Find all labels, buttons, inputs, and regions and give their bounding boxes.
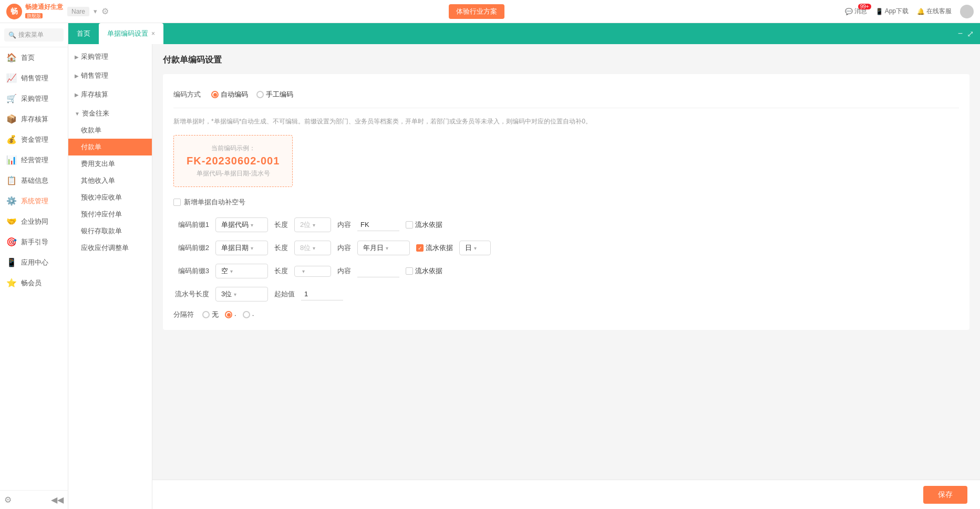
content2-select[interactable]: 年月日 ▾ [357,241,410,255]
flow2-option-value: 日 [465,243,472,253]
sub-sidebar: ▶ 采购管理 ▶ 销售管理 ▶ 库存核算 [68,44,152,509]
flow2-checkbox[interactable]: ✓ [416,244,424,252]
apps-icon: 📱 [6,257,17,267]
sidebar-label-basic: 基础信息 [21,176,48,185]
sidebar-item-purchase[interactable]: 🛒 采购管理 [0,88,68,109]
save-button[interactable]: 保存 [923,486,967,504]
sidebar-item-guide[interactable]: 🎯 新手引导 [0,232,68,252]
prefix2-select[interactable]: 单据日期 ▾ [215,241,268,255]
prefix1-arrow: ▾ [251,222,253,228]
dropdown-arrow[interactable]: ▾ [94,7,97,15]
finance-icon: 💰 [6,134,17,144]
sub-item-payment[interactable]: 付款单 [68,139,152,155]
sidebar-item-basic[interactable]: 📋 基础信息 [0,170,68,191]
sub-item-pre-pay[interactable]: 预付冲应付单 [68,206,152,223]
sub-group-capital-title[interactable]: ▼ 资金往来 [68,105,152,122]
settings-icon[interactable]: ⚙ [101,6,109,16]
sub-group-capital: ▼ 资金往来 收款单 付款单 费用支出单 其他收入单 预收冲应收单 预付冲应付单… [68,105,152,256]
sub-item-expense[interactable]: 费用支出单 [68,155,152,172]
tab-close-icon[interactable]: × [151,30,155,37]
collapse-icon[interactable]: ◀◀ [51,495,64,505]
left-sidebar: 🔍 搜索菜单 🏠 首页 📈 销售管理 🛒 采购管理 📦 库存核算 💰 [0,23,68,509]
sidebar-item-apps[interactable]: 📱 应用中心 [0,252,68,273]
sidebar-bottom: ⚙ ◀◀ [0,490,68,509]
sub-item-pre-receive[interactable]: 预收冲应收单 [68,189,152,206]
sep-dot-option[interactable]: · [225,311,236,319]
auto-encode-radio[interactable] [211,91,219,98]
prefix1-select[interactable]: 单据代码 ▾ [215,217,268,232]
purchase-icon: 🛒 [6,94,17,103]
prefix3-select[interactable]: 空 ▾ [215,264,268,278]
sidebar-item-inventory[interactable]: 📦 库存核算 [0,109,68,129]
tab-home[interactable]: 首页 [68,23,99,44]
auto-encode-option[interactable]: 自动编码 [211,90,248,99]
settings-bottom-icon[interactable]: ⚙ [4,495,12,505]
settings-card: 编码方式 自动编码 手工编码 [163,74,969,330]
sidebar-item-system[interactable]: ⚙️ 系统管理 [0,191,68,211]
search-label: 搜索菜单 [18,30,44,39]
sub-group-purchase-title[interactable]: ▶ 采购管理 [68,48,152,65]
sep-hyphen-label: · [252,311,254,319]
sub-item-other-income[interactable]: 其他收入单 [68,172,152,189]
flow3-checkbox[interactable] [406,267,413,275]
tab-current[interactable]: 单据编码设置 × [99,23,163,44]
user-avatar[interactable] [960,5,974,18]
manual-encode-option[interactable]: 手工编码 [256,90,293,99]
sidebar-item-home[interactable]: 🏠 首页 [0,47,68,68]
start-value-input[interactable] [301,288,343,300]
content2-value: 年月日 [363,243,384,253]
prefix2-arrow: ▾ [251,245,253,251]
arrow-down-icon: ▼ [75,111,80,117]
header-controls: 体验行业方案 [449,4,504,19]
prefix3-label: 编码前缀3 [173,266,209,276]
flow1-checkbox[interactable] [406,221,413,228]
encode-method-label: 编码方式 [173,90,201,99]
sidebar-search-area[interactable]: 🔍 搜索菜单 [0,23,68,47]
serial-length-label: 流水号长度 [173,289,209,299]
manual-encode-label: 手工编码 [266,90,293,99]
example-label: 当前编码示例： [187,144,280,153]
sep-hyphen-option[interactable]: · [243,311,254,319]
sep-dot-radio[interactable] [225,311,232,318]
content3-input[interactable] [357,265,399,277]
auto-fill-checkbox[interactable] [173,199,181,206]
serial-length-arrow: ▾ [234,292,236,297]
length3-select[interactable]: ▾ [294,266,331,277]
sidebar-item-finance[interactable]: 💰 资金管理 [0,129,68,150]
sub-item-adjust[interactable]: 应收应付调整单 [68,240,152,256]
flow2-option-select[interactable]: 日 ▾ [459,241,491,255]
sub-item-receipt[interactable]: 收款单 [68,122,152,139]
length2-arrow: ▾ [313,245,315,251]
sep-hyphen-radio[interactable] [243,311,250,318]
prefix-row-1: 编码前缀1 单据代码 ▾ 长度 2位 ▾ 内容 [173,217,959,232]
manual-encode-radio[interactable] [256,91,264,98]
content1-input[interactable] [357,219,399,231]
length1-select[interactable]: 2位 ▾ [294,217,331,232]
sidebar-label-home: 首页 [21,53,35,63]
sidebar-label-member: 畅会员 [21,278,42,288]
minimize-icon[interactable]: − [958,29,963,38]
app-download-btn[interactable]: 📱 App下载 [875,7,909,16]
sep-none-radio[interactable] [202,311,210,318]
sidebar-item-member[interactable]: ⭐ 畅会员 [0,273,68,293]
online-service-btn[interactable]: 🔔 在线客服 [917,7,952,16]
length2-select[interactable]: 8位 ▾ [294,241,331,255]
sub-group-inventory-title[interactable]: ▶ 库存核算 [68,86,152,103]
message-btn[interactable]: 💬 消息 99+ [845,7,867,16]
serial-length-select[interactable]: 3位 ▾ [215,287,268,302]
sidebar-item-enterprise[interactable]: 🤝 企业协同 [0,211,68,232]
encode-method-row: 编码方式 自动编码 手工编码 [173,85,959,108]
length2-value: 8位 [300,243,311,253]
length1-arrow: ▾ [313,222,315,228]
sub-item-bank[interactable]: 银行存取款单 [68,223,152,240]
sep-none-option[interactable]: 无 [202,310,219,319]
search-menu-button[interactable]: 🔍 搜索菜单 [4,28,64,41]
prefix-row-2: 编码前缀2 单据日期 ▾ 长度 8位 ▾ 内容 [173,241,959,255]
tab-bar: 首页 单据编码设置 × − ⤢ [68,23,980,44]
trial-button[interactable]: 体验行业方案 [449,4,504,19]
sub-group-sales-title[interactable]: ▶ 销售管理 [68,67,152,84]
sidebar-item-business[interactable]: 📊 经营管理 [0,150,68,170]
prefix2-label: 编码前缀2 [173,243,209,253]
expand-icon[interactable]: ⤢ [967,29,974,39]
sidebar-item-sales[interactable]: 📈 销售管理 [0,68,68,88]
